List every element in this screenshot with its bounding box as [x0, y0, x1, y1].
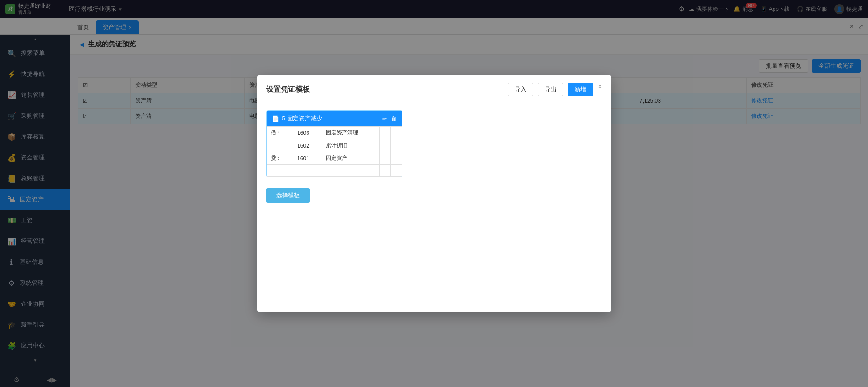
entry-type-2: 贷： — [267, 152, 293, 165]
template-entry-row: 贷： 1601 固定资产 — [267, 152, 402, 165]
entry-debit-0 — [379, 127, 390, 139]
entry-type-1 — [267, 139, 293, 152]
import-button[interactable]: 导入 — [508, 83, 533, 96]
empty-cell — [267, 165, 293, 177]
entry-credit-2 — [391, 152, 402, 165]
template-title: 📄 5-固定资产减少 — [272, 114, 323, 123]
entry-debit-2 — [379, 152, 390, 165]
template-doc-icon: 📄 — [272, 115, 279, 122]
modal-overlay: 设置凭证模板 导入 导出 新增 × 📄 5-固定资产减少 ✏ 🗑 — [0, 0, 868, 387]
template-entry-row: 1602 累计折旧 — [267, 139, 402, 152]
template-edit-icon[interactable]: ✏ — [382, 115, 387, 122]
template-entry-row: 借： 1606 固定资产清理 — [267, 127, 402, 139]
template-card: 📄 5-固定资产减少 ✏ 🗑 借： 1606 固定资产清理 — [266, 110, 402, 177]
modal-body: 📄 5-固定资产减少 ✏ 🗑 借： 1606 固定资产清理 — [257, 101, 611, 312]
modal-toolbar-buttons: 导入 导出 新增 × — [508, 83, 602, 96]
template-delete-icon[interactable]: 🗑 — [391, 115, 397, 122]
export-button[interactable]: 导出 — [538, 83, 563, 96]
entry-credit-0 — [391, 127, 402, 139]
empty-cell — [322, 165, 379, 177]
entry-code-2: 1601 — [293, 152, 322, 165]
entry-debit-1 — [379, 139, 390, 152]
entry-code-1: 1602 — [293, 139, 322, 152]
empty-cell — [391, 165, 402, 177]
template-name: 5-固定资产减少 — [282, 114, 323, 123]
select-template-button[interactable]: 选择模板 — [266, 188, 310, 203]
modal-title: 设置凭证模板 — [266, 85, 310, 94]
modal-close-button[interactable]: × — [598, 83, 602, 96]
template-actions: ✏ 🗑 — [382, 115, 397, 122]
entry-type-0: 借： — [267, 127, 293, 139]
entry-name-1: 累计折旧 — [322, 139, 379, 152]
template-empty-row — [267, 165, 402, 177]
voucher-template-modal: 设置凭证模板 导入 导出 新增 × 📄 5-固定资产减少 ✏ 🗑 — [257, 75, 611, 312]
entry-name-0: 固定资产清理 — [322, 127, 379, 139]
entry-credit-1 — [391, 139, 402, 152]
template-entries-table: 借： 1606 固定资产清理 1602 累计折旧 — [267, 126, 402, 177]
modal-header: 设置凭证模板 导入 导出 新增 × — [257, 75, 611, 101]
empty-cell — [379, 165, 390, 177]
template-card-header: 📄 5-固定资产减少 ✏ 🗑 — [267, 111, 402, 126]
new-template-button[interactable]: 新增 — [568, 83, 593, 96]
empty-cell — [293, 165, 322, 177]
entry-name-2: 固定资产 — [322, 152, 379, 165]
entry-code-0: 1606 — [293, 127, 322, 139]
